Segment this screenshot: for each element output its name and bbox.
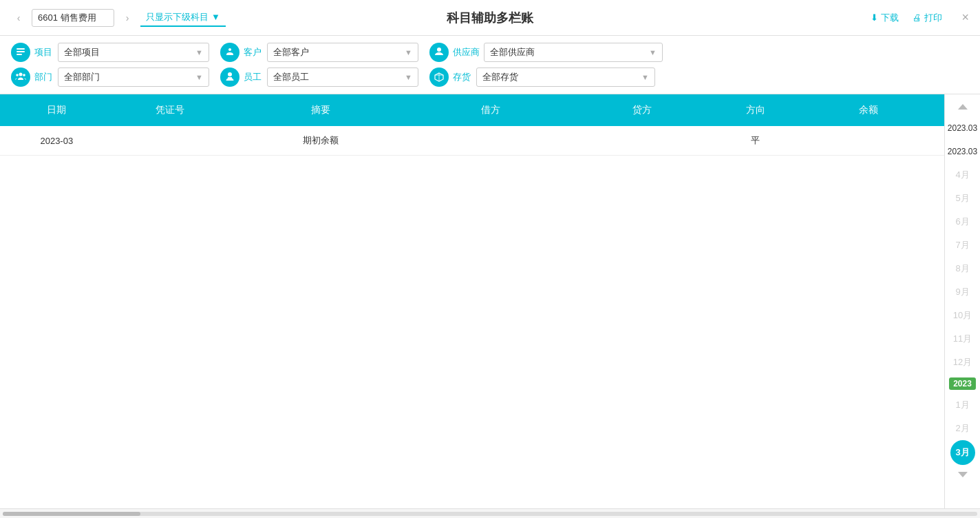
supplier-label: 供应商 xyxy=(453,46,480,59)
timeline-item-12[interactable]: 12月 xyxy=(945,351,980,374)
employee-value: 全部员工 xyxy=(273,71,309,83)
svg-point-4 xyxy=(19,73,23,76)
chevron-down-icon: ▼ xyxy=(641,73,649,81)
cell-voucher xyxy=(114,126,227,156)
filter-bar: 项目 全部项目 ▼ 客户 全部客户 ▼ xyxy=(0,36,980,94)
prev-account-button[interactable]: ‹ xyxy=(11,10,26,25)
supplier-value: 全部供应商 xyxy=(490,46,535,59)
customer-label: 客户 xyxy=(244,46,263,59)
scroll-track[interactable] xyxy=(3,512,977,516)
inventory-filter: 存货 全部存货 ▼ xyxy=(429,68,655,87)
cell-debit xyxy=(416,126,567,156)
project-filter: 项目 全部项目 ▼ xyxy=(11,43,209,62)
page-title: 科目辅助多栏账 xyxy=(447,10,533,26)
timeline-item-10[interactable]: 10月 xyxy=(945,304,980,327)
data-table: 日期 凭证号 摘要 借方 贷方 方向 余额 2023-03 期初余额 xyxy=(0,94,944,156)
print-button[interactable]: 🖨 打印 xyxy=(913,12,942,24)
cell-direction: 平 xyxy=(718,126,793,156)
inventory-value: 全部存货 xyxy=(482,71,518,83)
timeline-item-8[interactable]: 8月 xyxy=(945,257,980,280)
timeline-item-7[interactable]: 7月 xyxy=(945,234,980,257)
col-header-balance: 余额 xyxy=(793,94,944,126)
employee-select[interactable]: 全部员工 ▼ xyxy=(267,68,418,87)
svg-marker-10 xyxy=(958,472,968,477)
download-icon: ⬇ xyxy=(871,12,878,23)
svg-point-7 xyxy=(228,72,232,76)
employee-icon xyxy=(220,68,239,87)
inventory-label: 存货 xyxy=(453,71,472,83)
svg-rect-2 xyxy=(17,54,22,55)
table-header-row: 日期 凭证号 摘要 借方 贷方 方向 余额 xyxy=(0,94,944,126)
employee-filter: 员工 全部员工 ▼ xyxy=(220,68,418,87)
project-select[interactable]: 全部项目 ▼ xyxy=(58,43,209,62)
col-header-voucher: 凭证号 xyxy=(114,94,227,126)
project-value: 全部项目 xyxy=(64,46,100,59)
timeline-item-1[interactable]: 1月 xyxy=(945,393,980,417)
table-row: 2023-03 期初余额 平 xyxy=(0,126,944,156)
timeline-item-11[interactable]: 11月 xyxy=(945,327,980,351)
svg-rect-0 xyxy=(17,48,25,50)
account-code-box: 6601 销售费用 xyxy=(32,9,114,27)
supplier-filter: 供应商 全部供应商 ▼ xyxy=(429,43,663,62)
project-icon xyxy=(11,43,30,62)
timeline-item-2023-03-first[interactable]: 2023.03 xyxy=(945,116,980,140)
col-header-credit: 贷方 xyxy=(566,94,718,126)
main-area: 日期 凭证号 摘要 借方 贷方 方向 余额 2023-03 期初余额 xyxy=(0,94,980,508)
svg-point-5 xyxy=(16,74,19,76)
title-left: ‹ 6601 销售费用 › 只显示下级科目 ▼ xyxy=(11,9,226,27)
inventory-icon xyxy=(429,68,449,87)
svg-point-3 xyxy=(437,48,441,52)
customer-filter: 客户 全部客户 ▼ xyxy=(220,43,418,62)
col-header-debit: 借方 xyxy=(416,94,567,126)
table-wrapper[interactable]: 日期 凭证号 摘要 借方 贷方 方向 余额 2023-03 期初余额 xyxy=(0,94,944,508)
chevron-down-icon: ▼ xyxy=(211,12,220,22)
svg-rect-1 xyxy=(17,51,25,52)
department-select[interactable]: 全部部门 ▼ xyxy=(58,68,209,87)
col-header-summary: 摘要 xyxy=(226,94,415,126)
supplier-select[interactable]: 全部供应商 ▼ xyxy=(484,43,663,62)
timeline-item-2023-03-second[interactable]: 2023.03 xyxy=(945,140,980,163)
download-button[interactable]: ⬇ 下载 xyxy=(871,12,899,24)
title-bar: ‹ 6601 销售费用 › 只显示下级科目 ▼ 科目辅助多栏账 ⬇ 下载 🖨 打… xyxy=(0,0,980,36)
close-button[interactable]: × xyxy=(961,10,969,25)
side-timeline: 2023.03 2023.03 4月 5月 6月 7月 8月 9月 10月 11… xyxy=(944,94,980,508)
supplier-icon xyxy=(429,43,449,62)
department-label: 部门 xyxy=(34,71,54,83)
filter-row-2: 部门 全部部门 ▼ 员工 全部员工 ▼ xyxy=(11,68,969,87)
main-window: ‹ 6601 销售费用 › 只显示下级科目 ▼ 科目辅助多栏账 ⬇ 下载 🖨 打… xyxy=(0,0,980,518)
account-code: 6601 xyxy=(38,12,58,23)
cell-summary: 期初余额 xyxy=(226,126,415,156)
chevron-down-icon: ▼ xyxy=(195,48,203,56)
inventory-select[interactable]: 全部存货 ▼ xyxy=(476,68,655,87)
cell-balance xyxy=(793,126,944,156)
bottom-scrollbar[interactable] xyxy=(0,508,980,518)
chevron-down-icon: ▼ xyxy=(195,73,203,81)
department-icon xyxy=(11,68,30,87)
timeline-item-active-3[interactable]: 3月 xyxy=(950,440,975,465)
timeline-up-button[interactable] xyxy=(953,97,972,116)
department-filter: 部门 全部部门 ▼ xyxy=(11,68,209,87)
show-sub-dropdown[interactable]: 只显示下级科目 ▼ xyxy=(140,9,226,27)
next-account-button[interactable]: › xyxy=(120,10,135,25)
customer-icon xyxy=(220,43,239,62)
scroll-thumb[interactable] xyxy=(3,512,140,516)
timeline-item-4[interactable]: 4月 xyxy=(945,163,980,187)
chevron-down-icon: ▼ xyxy=(649,48,657,56)
svg-point-6 xyxy=(23,74,25,76)
cell-credit xyxy=(566,126,718,156)
chevron-down-icon: ▼ xyxy=(405,48,412,56)
timeline-item-6[interactable]: 6月 xyxy=(945,210,980,234)
timeline-down-button[interactable] xyxy=(953,465,972,484)
active-month-container[interactable]: 3月 xyxy=(945,440,980,465)
timeline-item-5[interactable]: 5月 xyxy=(945,187,980,210)
year-badge-container: 2023 xyxy=(945,374,980,393)
chevron-down-icon: ▼ xyxy=(405,73,412,81)
customer-select[interactable]: 全部客户 ▼ xyxy=(267,43,418,62)
print-icon: 🖨 xyxy=(913,12,922,23)
timeline-item-2[interactable]: 2月 xyxy=(945,417,980,440)
download-label: 下载 xyxy=(881,12,899,24)
show-sub-label: 只显示下级科目 xyxy=(146,11,209,23)
project-label: 项目 xyxy=(34,46,54,59)
col-header-date: 日期 xyxy=(0,94,114,126)
timeline-item-9[interactable]: 9月 xyxy=(945,280,980,304)
